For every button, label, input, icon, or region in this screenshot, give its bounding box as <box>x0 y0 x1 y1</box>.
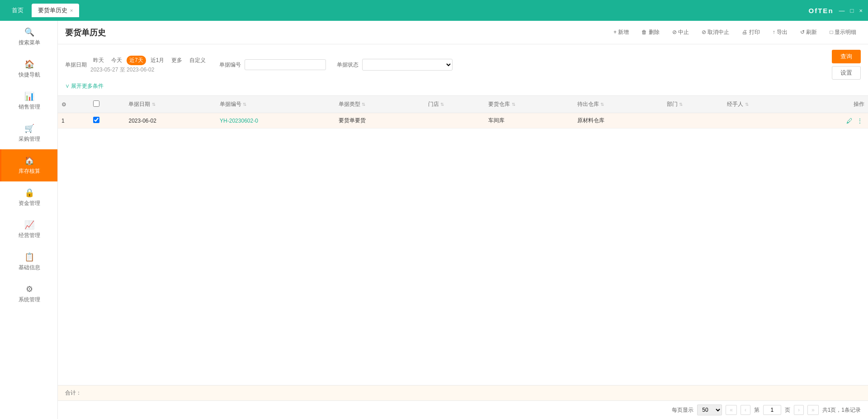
doc-type-sort-icon[interactable]: ⇅ <box>362 102 365 107</box>
sidebar-item-search-menu[interactable]: 🔍 搜索菜单 <box>0 21 57 53</box>
cancel-stop-button[interactable]: ⊘ 取消中止 <box>697 26 734 38</box>
store-sort-icon[interactable]: ⇅ <box>440 102 444 107</box>
pend-warehouse-sort-icon[interactable]: ⇅ <box>600 102 604 107</box>
basic-info-icon: 📋 <box>24 252 34 262</box>
row-doc-type: 要货单要货 <box>335 113 425 129</box>
tab-home[interactable]: 首页 <box>5 4 30 17</box>
filter-row: 单据日期 昨天 今天 近7天 近1月 更多 自定义 2023-05-27 至 2… <box>65 50 861 80</box>
print-button[interactable]: 🖨 打印 <box>737 26 764 38</box>
date-shortcut-custom[interactable]: 自定义 <box>187 56 208 65</box>
pend-warehouse-label: 待出仓库 <box>577 101 599 107</box>
sidebar-item-finance[interactable]: 🔒 资金管理 <box>0 181 57 214</box>
page-number-input[interactable] <box>763 405 781 415</box>
search-menu-icon: 🔍 <box>24 27 34 37</box>
finance-icon: 🔒 <box>24 188 34 198</box>
doc-no-col-header[interactable]: 单据编号 ⇅ <box>216 96 335 113</box>
inventory-icon: 🏠 <box>24 156 34 166</box>
status-select[interactable] <box>362 59 453 71</box>
page-title: 要货单历史 <box>65 27 106 38</box>
dept-col-header[interactable]: 部门 ⇅ <box>663 96 724 113</box>
doc-type-label: 单据类型 <box>339 101 360 107</box>
docno-input[interactable] <box>245 59 326 70</box>
toolbar: + 新增 🗑 删除 ⊘ 中止 ⊘ 取消中止 🖨 打印 ↑ 导出 ↺ 刷新 □ 显… <box>609 26 861 38</box>
refresh-button[interactable]: ↺ 刷新 <box>796 26 821 38</box>
row-doc-no: YH-20230602-0 <box>216 113 335 129</box>
close-window-button[interactable]: × <box>859 7 863 14</box>
row-pend-warehouse: 原材料仓库 <box>574 113 663 129</box>
sidebar-item-system[interactable]: ⚙ 系统管理 <box>0 278 57 310</box>
dept-sort-icon[interactable]: ⇅ <box>679 102 683 107</box>
sidebar-item-operations[interactable]: 📈 经营管理 <box>0 214 57 246</box>
page-header: 要货单历史 + 新增 🗑 删除 ⊘ 中止 ⊘ 取消中止 🖨 打印 ↑ 导出 ↺ … <box>58 21 868 44</box>
date-shortcut-7days[interactable]: 近7天 <box>127 56 146 65</box>
next-page-button[interactable]: › <box>794 405 804 415</box>
display-detail-button[interactable]: □ 显示明细 <box>825 26 861 38</box>
row-dept <box>663 113 724 129</box>
table-footer: 合计： <box>58 385 868 400</box>
date-shortcut-1month[interactable]: 近1月 <box>148 56 167 65</box>
top-bar-right: OfTEn — □ × <box>809 7 863 14</box>
date-range-display: 2023-05-27 至 2023-06-02 <box>90 66 208 74</box>
select-all-checkbox[interactable] <box>93 100 99 107</box>
sidebar-item-basic-info-label: 基础信息 <box>19 264 40 271</box>
sidebar-item-inventory[interactable]: 🏠 库存核算 <box>0 149 57 181</box>
sidebar-item-quick-nav-label: 快捷导航 <box>19 71 40 79</box>
first-page-button[interactable]: « <box>726 405 737 415</box>
delete-button[interactable]: 🗑 删除 <box>637 26 664 38</box>
req-warehouse-label: 要货仓库 <box>488 101 510 107</box>
expand-row: ∨ 展开更多条件 <box>65 82 861 90</box>
sidebar-item-purchase[interactable]: 🛒 采购管理 <box>0 117 57 149</box>
top-bar: 首页 要货单历史 × OfTEn — □ × <box>0 0 868 21</box>
query-button[interactable]: 查询 <box>832 50 861 63</box>
tab-active[interactable]: 要货单历史 × <box>32 4 79 17</box>
table-settings-icon[interactable]: ⚙ <box>61 101 66 108</box>
doc-date-sort-icon[interactable]: ⇅ <box>152 102 156 107</box>
row-checkbox[interactable] <box>93 117 99 123</box>
stop-button[interactable]: ⊘ 中止 <box>668 26 693 38</box>
new-button[interactable]: + 新增 <box>609 26 633 38</box>
doc-type-col-header[interactable]: 单据类型 ⇅ <box>335 96 425 113</box>
sidebar-item-basic-info[interactable]: 📋 基础信息 <box>0 246 57 278</box>
page-unit-label: 页 <box>785 406 790 414</box>
date-shortcut-yesterday[interactable]: 昨天 <box>90 56 107 65</box>
handler-sort-icon[interactable]: ⇅ <box>745 102 749 107</box>
sidebar-item-sales-label: 销售管理 <box>19 103 40 111</box>
req-warehouse-col-header[interactable]: 要货仓库 ⇅ <box>485 96 573 113</box>
row-doc-date: 2023-06-02 <box>125 113 216 129</box>
sidebar: 🔍 搜索菜单 🏠 快捷导航 📊 销售管理 🛒 采购管理 🏠 库存核算 🔒 <box>0 21 58 419</box>
handler-col-header[interactable]: 经手人 ⇅ <box>723 96 798 113</box>
operations-icon: 📈 <box>24 220 34 230</box>
minimize-button[interactable]: — <box>839 7 845 14</box>
doc-date-col-header[interactable]: 单据日期 ⇅ <box>125 96 216 113</box>
sidebar-item-sales[interactable]: 📊 销售管理 <box>0 85 57 117</box>
sales-icon: 📊 <box>24 91 34 101</box>
restore-button[interactable]: □ <box>850 7 854 14</box>
page-size-select[interactable]: 50 20 100 200 <box>697 405 722 415</box>
close-tab-icon[interactable]: × <box>70 8 73 13</box>
date-shortcut-today[interactable]: 今天 <box>108 56 125 65</box>
store-col-header[interactable]: 门店 ⇅ <box>425 96 485 113</box>
pend-warehouse-col-header[interactable]: 待出仓库 ⇅ <box>574 96 663 113</box>
prev-page-button[interactable]: ‹ <box>741 405 750 415</box>
brand-logo: OfTEn <box>809 7 834 14</box>
doc-date-label: 单据日期 <box>128 101 150 107</box>
sidebar-item-inventory-label: 库存核算 <box>19 167 40 175</box>
expand-button[interactable]: ∨ 展开更多条件 <box>65 82 861 90</box>
row-more-icon[interactable]: ⋮ <box>857 117 863 124</box>
doc-no-sort-icon[interactable]: ⇅ <box>243 102 246 107</box>
store-label: 门店 <box>428 101 439 107</box>
settings-col-header[interactable]: ⚙ <box>58 96 90 113</box>
doc-no-link[interactable]: YH-20230602-0 <box>220 118 258 124</box>
date-shortcut-more[interactable]: 更多 <box>169 56 185 65</box>
settings-button[interactable]: 设置 <box>832 66 861 80</box>
dept-label: 部门 <box>667 101 678 107</box>
last-page-button[interactable]: » <box>807 405 819 415</box>
row-action: 🖊 ⋮ <box>798 113 868 129</box>
sidebar-item-quick-nav[interactable]: 🏠 快捷导航 <box>0 53 57 85</box>
req-warehouse-sort-icon[interactable]: ⇅ <box>512 102 515 107</box>
row-view-icon[interactable]: 🖊 <box>846 117 853 124</box>
page-content: 要货单历史 + 新增 🗑 删除 ⊘ 中止 ⊘ 取消中止 🖨 打印 ↑ 导出 ↺ … <box>58 21 868 419</box>
status-filter-label: 单据状态 <box>337 61 359 69</box>
action-label: 操作 <box>854 101 864 107</box>
export-button[interactable]: ↑ 导出 <box>768 26 792 38</box>
